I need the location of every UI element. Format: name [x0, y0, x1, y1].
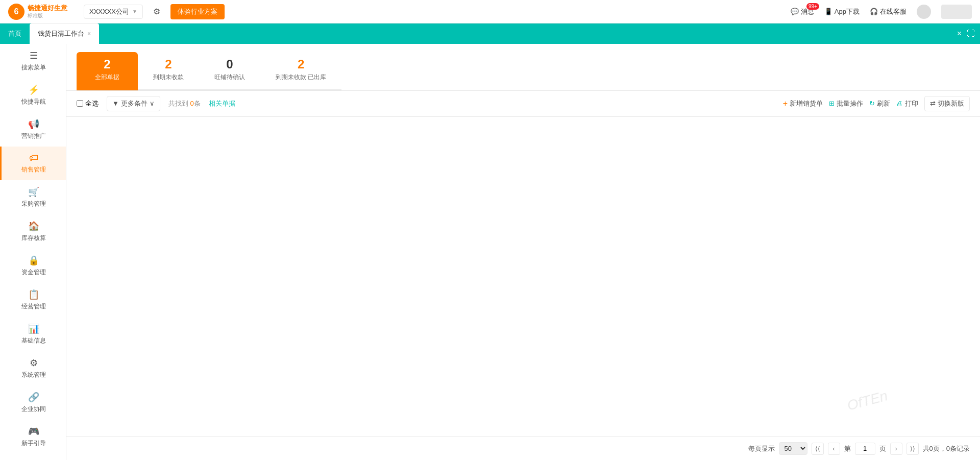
- page-suffix: 页: [879, 444, 886, 453]
- sidebar-item-operations[interactable]: 📋 经营管理: [0, 283, 66, 317]
- sidebar-item-marketing[interactable]: 📢 营销推广: [0, 112, 66, 147]
- sidebar-item-beginner[interactable]: 🎮 新手引导: [0, 420, 66, 454]
- tab-close-icon[interactable]: ×: [87, 30, 91, 37]
- sidebar-item-label: 库存核算: [21, 234, 46, 243]
- status-card-pending[interactable]: 0 旺铺待确认: [199, 52, 260, 90]
- service-icon: 🎧: [870, 8, 878, 15]
- filter-icon: ▼: [112, 100, 119, 107]
- user-area: [941, 5, 972, 19]
- sidebar-item-label: 销售管理: [21, 165, 46, 174]
- sidebar-item-sales[interactable]: 🏷 销售管理: [0, 147, 66, 180]
- download-icon: 📱: [824, 8, 832, 15]
- sidebar-item-inventory[interactable]: 🏠 库存核算: [0, 214, 66, 249]
- refresh-button[interactable]: ↻ 刷新: [869, 99, 890, 108]
- found-text: 共找到 0条: [168, 99, 201, 108]
- batch-icon: ⊞: [829, 100, 835, 107]
- table-area: [66, 117, 980, 437]
- main-layout: ☰ 搜索菜单 ⚡ 快捷导航 📢 营销推广 🏷 销售管理 🛒 采购管理 🏠 库存核…: [0, 44, 980, 460]
- basic-info-icon: 📊: [28, 323, 39, 334]
- message-badge: 99+: [806, 3, 819, 10]
- logo-sub: 标准版: [28, 12, 67, 19]
- header-left: 6 畅捷通好生意 标准版 XXXXXX公司 ▼ ⚙ 体验行业方案: [8, 4, 225, 20]
- first-page-button[interactable]: ⟨⟨: [812, 443, 824, 455]
- message-button[interactable]: 💬 消息 99+: [791, 7, 814, 16]
- tab-expand-button[interactable]: ⛶: [967, 29, 975, 38]
- per-page-label: 每页显示: [748, 444, 775, 453]
- status-count-overdue-shipped: 2: [276, 57, 326, 72]
- status-label-pending: 旺铺待确认: [214, 73, 245, 82]
- select-all-checkbox[interactable]: 全选: [77, 99, 99, 108]
- online-service-label: 在线客服: [880, 7, 906, 16]
- status-card-overdue[interactable]: 2 到期未收款: [138, 52, 199, 90]
- sidebar-item-quick-nav[interactable]: ⚡ 快捷导航: [0, 78, 66, 112]
- status-card-overdue-shipped[interactable]: 2 到期未收款 已出库: [260, 52, 341, 90]
- marketing-icon: 📢: [28, 118, 39, 130]
- select-all-input[interactable]: [77, 100, 83, 107]
- batch-button[interactable]: ⊞ 批量操作: [829, 99, 863, 108]
- sidebar-item-enterprise[interactable]: 🔗 企业协同: [0, 385, 66, 420]
- found-prefix: 共找到: [168, 100, 188, 107]
- company-selector[interactable]: XXXXXX公司 ▼: [84, 5, 143, 19]
- status-card-all[interactable]: 2 全部单据: [77, 52, 138, 90]
- switch-label: 切换新版: [938, 99, 964, 108]
- tab-home-label: 首页: [8, 29, 21, 38]
- page-input[interactable]: [855, 443, 875, 455]
- online-service-button[interactable]: 🎧 在线客服: [870, 7, 906, 16]
- inventory-icon: 🏠: [28, 221, 39, 232]
- sidebar-item-system[interactable]: ⚙ 系统管理: [0, 351, 66, 385]
- toolbar-right: + 新增销货单 ⊞ 批量操作 ↻ 刷新 🖨 打印 ⇄ 切换新版: [783, 96, 970, 111]
- next-page-button[interactable]: ›: [890, 443, 902, 455]
- enterprise-icon: 🔗: [28, 392, 39, 403]
- settings-button[interactable]: ⚙: [149, 4, 164, 19]
- tab-home[interactable]: 首页: [0, 23, 30, 44]
- tab-bar: 首页 钱货日清工作台 × × ⛶: [0, 23, 980, 44]
- logo-text: 畅捷通好生意 标准版: [28, 4, 67, 19]
- refresh-label: 刷新: [877, 99, 890, 108]
- avatar[interactable]: [917, 5, 931, 19]
- logo-area: 6 畅捷通好生意 标准版: [8, 4, 67, 20]
- per-page-select[interactable]: 50 20 100: [779, 442, 807, 455]
- tab-daily-work-label: 钱货日清工作台: [38, 29, 84, 38]
- add-icon: +: [783, 99, 788, 108]
- found-count: 0: [190, 100, 194, 107]
- purchase-icon: 🛒: [28, 186, 39, 198]
- pagination-bar: 每页显示 50 20 100 ⟨⟨ ‹ 第 页 › ⟩⟩ 共0页，0条记录: [66, 437, 980, 460]
- prev-page-button[interactable]: ‹: [828, 443, 840, 455]
- app-download-button[interactable]: 📱 App下载: [824, 7, 860, 16]
- top-header: 6 畅捷通好生意 标准版 XXXXXX公司 ▼ ⚙ 体验行业方案 💬 消息 99…: [0, 0, 980, 23]
- status-label-all: 全部单据: [92, 73, 122, 82]
- sidebar-item-basic-info[interactable]: 📊 基础信息: [0, 317, 66, 351]
- sidebar-item-label: 基础信息: [21, 336, 46, 345]
- add-button[interactable]: + 新增销货单: [783, 99, 823, 108]
- sidebar-item-finance[interactable]: 🔒 资金管理: [0, 249, 66, 283]
- switch-button[interactable]: ⇄ 切换新版: [924, 96, 970, 111]
- experience-button[interactable]: 体验行业方案: [170, 4, 225, 19]
- tab-daily-work[interactable]: 钱货日清工作台 ×: [30, 23, 99, 44]
- sidebar-item-label: 采购管理: [21, 200, 46, 208]
- sidebar-item-label: 快捷导航: [21, 98, 46, 106]
- toolbar-left: 全选 ▼ 更多条件 ∨ 共找到 0条 相关单据: [77, 96, 775, 111]
- beginner-icon: 🎮: [28, 426, 39, 437]
- print-label: 打印: [905, 99, 918, 108]
- found-unit: 条: [194, 100, 201, 107]
- filter-button[interactable]: ▼ 更多条件 ∨: [107, 96, 160, 111]
- logo-main: 畅捷通好生意: [28, 4, 67, 13]
- sidebar-item-label: 新手引导: [21, 439, 46, 448]
- filter-label: 更多条件: [121, 99, 148, 108]
- search-menu-icon: ☰: [30, 50, 38, 61]
- sidebar-item-purchase[interactable]: 🛒 采购管理: [0, 180, 66, 214]
- last-page-button[interactable]: ⟩⟩: [906, 443, 919, 455]
- related-link[interactable]: 相关单据: [209, 99, 235, 108]
- tab-close-all-button[interactable]: ×: [957, 29, 962, 38]
- total-label: 共0页，0条记录: [923, 444, 970, 453]
- sidebar-item-label: 企业协同: [21, 405, 46, 414]
- print-icon: 🖨: [896, 100, 903, 107]
- sidebar-item-search-menu[interactable]: ☰ 搜索菜单: [0, 44, 66, 78]
- sidebar-item-label: 搜索菜单: [21, 63, 46, 72]
- status-count-overdue: 2: [153, 57, 184, 72]
- status-label-overdue-shipped: 到期未收款 已出库: [276, 73, 326, 82]
- print-button[interactable]: 🖨 打印: [896, 99, 918, 108]
- page-label: 第: [844, 444, 851, 453]
- sidebar-item-label: 系统管理: [21, 371, 46, 379]
- sidebar-item-app-center[interactable]: 📦 应用中心: [0, 454, 66, 460]
